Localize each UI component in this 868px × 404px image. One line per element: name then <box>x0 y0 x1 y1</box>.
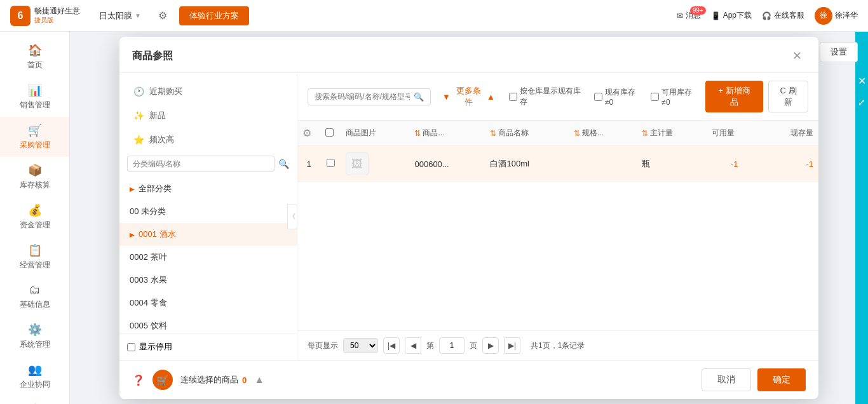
by-warehouse-input[interactable] <box>509 93 517 101</box>
cat-item-0004[interactable]: 0004 零食 <box>119 292 297 314</box>
sidebar-item-sales[interactable]: 📊 销售管理 <box>0 77 69 117</box>
category-collapse-btn[interactable]: 《 <box>287 204 297 229</box>
frequent-label: 频次高 <box>149 134 174 145</box>
cat-0001-arrow: ▶ <box>130 231 135 238</box>
cat-item-0001[interactable]: ▶ 0001 酒水 <box>119 223 297 246</box>
app-label: App下载 <box>723 10 752 21</box>
quick-tab-frequent[interactable]: ⭐ 频次高 <box>127 129 289 151</box>
col-available: 可用量 <box>707 121 763 146</box>
sort-icon-unit: ⇅ <box>642 129 648 138</box>
nav-right: ✉ 消息 99+ 📱 App下载 🎧 在线客服 徐 徐泽华 <box>677 7 858 25</box>
sidebar-item-guide[interactable]: 🌟 新手引导 <box>0 396 69 404</box>
col-spec[interactable]: ⇅ 规格... <box>569 121 637 146</box>
usable-input[interactable] <box>651 93 659 101</box>
user-avatar[interactable]: 徐 徐泽华 <box>815 7 858 25</box>
service-icon: 🎧 <box>762 11 771 20</box>
new-icon: ✨ <box>133 111 144 121</box>
sidebar-item-inventory[interactable]: 📦 库存核算 <box>0 157 69 197</box>
page-label-suffix: 页 <box>470 340 477 351</box>
sidebar-item-finance[interactable]: 💰 资金管理 <box>0 197 69 237</box>
recent-label: 近期购买 <box>149 86 182 97</box>
online-service-btn[interactable]: 🎧 在线客服 <box>762 10 804 21</box>
page-input[interactable] <box>439 337 465 354</box>
sidebar-label-system: 系统管理 <box>20 339 50 350</box>
refresh-button[interactable]: C 刷新 <box>768 81 808 112</box>
table-row[interactable]: 1 🖼 <box>297 146 818 182</box>
purchase-icon: 🛒 <box>28 123 42 137</box>
sidebar-item-purchase[interactable]: 🛒 采购管理 <box>0 117 69 157</box>
app-download-btn[interactable]: 📱 App下载 <box>711 10 752 21</box>
up-arrow-icon[interactable]: ▲ <box>254 374 264 386</box>
col-unit[interactable]: ⇅ 主计量 <box>637 121 707 146</box>
col-code[interactable]: ⇅ 商品... <box>409 121 485 146</box>
row-name: 白酒100ml <box>485 146 568 182</box>
message-icon: ✉ <box>677 11 683 20</box>
logo-text-wrap: 畅捷通好生意 捷员版 <box>34 6 80 25</box>
service-label: 在线客服 <box>774 10 804 21</box>
sidebar-item-enterprise[interactable]: 👥 企业协同 <box>0 356 69 396</box>
sidebar-item-basics[interactable]: 🗂 基础信息 <box>0 277 69 316</box>
quick-tab-recent[interactable]: 🕐 近期购买 <box>127 81 289 102</box>
store-selector[interactable]: 日太阳膜 ▼ <box>94 10 146 22</box>
row-checkbox-cell <box>320 146 341 182</box>
logo-sub: 捷员版 <box>34 16 80 25</box>
frequent-icon: ⭐ <box>133 135 144 145</box>
show-disabled-checkbox[interactable] <box>127 343 135 351</box>
cat-item-all[interactable]: ▶ 全部分类 <box>119 177 297 200</box>
search-icon[interactable]: 🔍 <box>414 92 424 102</box>
app-icon: 📱 <box>711 11 721 20</box>
checkbox-available[interactable]: 现有库存≠0 <box>594 87 642 107</box>
cat-all-label: 全部分类 <box>139 183 172 194</box>
sidebar-label-inventory: 库存核算 <box>20 180 50 191</box>
col-name[interactable]: ⇅ 商品名称 <box>485 121 568 146</box>
page-last-btn[interactable]: ▶| <box>504 337 520 354</box>
category-list: ▶ 全部分类 00 未分类 ▶ 0001 酒水 0002 茶 <box>119 177 297 333</box>
page-first-btn[interactable]: |◀ <box>383 337 400 354</box>
search-toolbar: 🔍 ▼ 更多条件 ▲ 按仓库显示现有库存 <box>297 73 818 121</box>
checkbox-usable[interactable]: 可用库存≠0 <box>651 87 698 107</box>
category-search-input[interactable] <box>127 156 275 172</box>
finance-icon: 💰 <box>28 203 42 217</box>
add-product-button[interactable]: + 新增商品 <box>705 81 764 112</box>
sidebar-item-system[interactable]: ⚙️ 系统管理 <box>0 316 69 356</box>
sales-icon: 📊 <box>28 83 42 97</box>
confirm-button[interactable]: 确定 <box>757 368 806 391</box>
sidebar-item-home[interactable]: 🏠 首页 <box>0 37 69 77</box>
cancel-button[interactable]: 取消 <box>702 368 751 391</box>
cat-item-0003[interactable]: 0003 水果 <box>119 269 297 292</box>
cat-0005-label: 0005 饮料 <box>130 320 167 332</box>
trial-button[interactable]: 体验行业方案 <box>179 6 249 25</box>
store-name: 日太阳膜 <box>99 10 132 22</box>
cat-item-0002[interactable]: 0002 茶叶 <box>119 246 297 269</box>
modal-close-button[interactable]: ✕ <box>788 47 806 65</box>
cat-item-00[interactable]: 00 未分类 <box>119 200 297 223</box>
filter-label: 更多条件 <box>453 85 484 108</box>
checkbox-by-warehouse[interactable]: 按仓库显示现有库存 <box>509 86 585 107</box>
help-icon[interactable]: ❓ <box>132 374 145 386</box>
search-input-wrap: 🔍 <box>308 88 431 105</box>
page-word: 第 <box>426 340 434 351</box>
cat-0004-label: 0004 零食 <box>130 297 167 309</box>
quick-tab-new[interactable]: ✨ 新品 <box>127 105 289 126</box>
recent-icon: 🕐 <box>133 86 144 97</box>
page-prev-btn[interactable]: ◀ <box>405 337 421 354</box>
more-filter-button[interactable]: ▼ 更多条件 ▲ <box>437 83 500 111</box>
cat-0001-label: 0001 酒水 <box>139 229 176 240</box>
page-size-select[interactable]: 50 20 100 <box>343 338 378 353</box>
sidebar-item-operations[interactable]: 📋 经营管理 <box>0 237 69 277</box>
toolbar-right-btns: + 新增商品 C 刷新 <box>705 81 808 112</box>
sort-icon-code: ⇅ <box>414 129 421 138</box>
cat-item-0005[interactable]: 0005 饮料 <box>119 314 297 333</box>
settings-icon[interactable]: ⚙ <box>154 7 172 25</box>
new-label: 新品 <box>149 110 166 121</box>
messages-btn[interactable]: ✉ 消息 99+ <box>677 10 701 21</box>
select-all-checkbox[interactable] <box>325 128 334 137</box>
col-settings-icon[interactable]: ⚙ <box>302 128 311 138</box>
pagination-bar: 每页显示 50 20 100 |◀ ◀ 第 页 ▶ <box>297 330 818 360</box>
operations-icon: 📋 <box>28 243 42 257</box>
search-input[interactable] <box>315 92 410 101</box>
available-input[interactable] <box>594 93 602 101</box>
row-checkbox[interactable] <box>327 159 335 167</box>
cat-search-icon[interactable]: 🔍 <box>278 159 289 169</box>
page-next-btn[interactable]: ▶ <box>482 337 499 354</box>
